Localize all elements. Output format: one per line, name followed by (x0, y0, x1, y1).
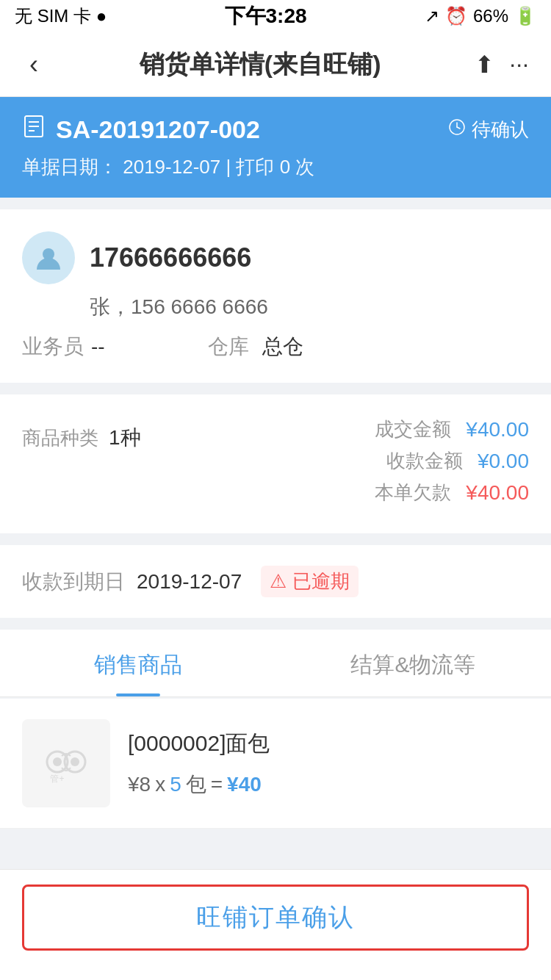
amount-label-1: 成交金额 (375, 417, 451, 442)
date-value: 2019-12-07 (123, 156, 220, 178)
equals-sign: = (211, 773, 223, 796)
product-name: [0000002]面包 (128, 729, 529, 759)
product-info: [0000002]面包 ¥8 x 5 包 = ¥40 (128, 729, 529, 799)
sim-indicator: 无 SIM 卡 ● (15, 4, 107, 28)
salesperson-label: 业务员 (22, 333, 84, 361)
product-qty: 5 (170, 773, 181, 796)
order-id-row: SA-20191207-002 待确认 (22, 115, 529, 144)
amount-row-3: 本单欠款 ¥40.00 (375, 480, 529, 505)
back-button[interactable]: ‹ (22, 42, 46, 87)
warning-icon: ⚠ (270, 570, 287, 593)
warehouse-label: 仓库 (208, 333, 249, 361)
order-status: 待确认 (448, 117, 529, 143)
amount-label-2: 收款金额 (386, 448, 463, 474)
status-bar: 无 SIM 卡 ● 下午3:28 ↗ ⏰ 66% 🔋 (0, 0, 551, 32)
amount-row-2: 收款金额 ¥0.00 (375, 448, 529, 474)
order-icon (22, 115, 46, 144)
order-id: SA-20191207-002 (22, 115, 260, 144)
clock-icon (448, 118, 466, 141)
status-left: 无 SIM 卡 ● (15, 4, 107, 28)
category-value: 1种 (109, 424, 141, 452)
alarm-icon: ⏰ (445, 6, 467, 26)
svg-point-10 (53, 757, 62, 766)
customer-card: 17666666666 张，156 6666 6666 业务员 -- 仓库 总仓 (0, 209, 551, 383)
amount-value-2: ¥0.00 (478, 450, 529, 473)
page-title: 销货单详情(来自旺铺) (46, 48, 475, 82)
confirm-button[interactable]: 旺铺订单确认 (22, 884, 529, 951)
tab-settlement-label: 结算&物流等 (350, 652, 475, 677)
amount-value-1: ¥40.00 (466, 418, 529, 442)
summary-card: 商品种类 1种 成交金额 ¥40.00 收款金额 ¥0.00 本单欠款 ¥40.… (0, 394, 551, 533)
product-list: 管+ [0000002]面包 ¥8 x 5 包 = ¥40 (0, 699, 551, 829)
location-icon: ↗ (425, 6, 439, 26)
svg-line-6 (457, 127, 460, 129)
status-text: 待确认 (472, 117, 529, 143)
due-date-card: 收款到期日 2019-12-07 ⚠ 已逾期 (0, 545, 551, 618)
tab-products-label: 销售商品 (94, 652, 182, 677)
summary-left: 商品种类 1种 (22, 417, 141, 452)
product-unit: 包 (186, 771, 206, 799)
product-price-row: ¥8 x 5 包 = ¥40 (128, 771, 529, 799)
overdue-badge: ⚠ 已逾期 (261, 566, 359, 597)
svg-point-11 (71, 757, 79, 766)
tab-products[interactable]: 销售商品 (0, 630, 276, 696)
amount-label-3: 本单欠款 (375, 480, 451, 505)
salesperson-field: 业务员 -- (22, 333, 105, 361)
product-code: [0000002] (128, 731, 226, 755)
product-item: 管+ [0000002]面包 ¥8 x 5 包 = ¥40 (0, 699, 551, 829)
amount-row-1: 成交金额 ¥40.00 (375, 417, 529, 442)
date-label: 单据日期： (22, 156, 118, 178)
avatar (22, 231, 75, 284)
category-label: 商品种类 (22, 425, 98, 451)
product-price: ¥8 (128, 773, 151, 796)
nav-actions: ⬆ ··· (475, 51, 529, 79)
customer-top: 17666666666 (22, 231, 529, 284)
tab-settlement[interactable]: 结算&物流等 (276, 630, 551, 696)
more-icon[interactable]: ··· (509, 51, 529, 78)
status-time: 下午3:28 (225, 2, 307, 30)
summary-right: 成交金额 ¥40.00 收款金额 ¥0.00 本单欠款 ¥40.00 (375, 417, 529, 511)
category-field: 商品种类 1种 (22, 424, 141, 452)
svg-text:管+: 管+ (50, 774, 64, 784)
customer-meta: 业务员 -- 仓库 总仓 (22, 333, 529, 361)
share-icon[interactable]: ⬆ (475, 51, 494, 79)
battery-icon: 🔋 (514, 6, 536, 26)
overdue-text: 已逾期 (292, 569, 350, 594)
customer-phone: 17666666666 (90, 242, 251, 273)
multiply-sign: x (155, 773, 165, 796)
customer-name: 张，156 6666 6666 (90, 293, 529, 321)
print-text: 打印 0 次 (236, 156, 314, 178)
due-date-value: 2019-12-07 (137, 570, 242, 594)
nav-bar: ‹ 销货单详情(来自旺铺) ⬆ ··· (0, 32, 551, 97)
product-thumbnail: 管+ (22, 719, 110, 807)
order-header: SA-20191207-002 待确认 单据日期： 2019-12-07 | 打… (0, 97, 551, 198)
warehouse-field: 仓库 总仓 (208, 333, 303, 361)
order-id-text: SA-20191207-002 (56, 115, 260, 144)
warehouse-value: 总仓 (262, 333, 303, 361)
salesperson-value: -- (91, 335, 105, 359)
order-date: 单据日期： 2019-12-07 | 打印 0 次 (22, 154, 529, 180)
product-title: 面包 (226, 731, 270, 755)
status-right: ↗ ⏰ 66% 🔋 (425, 6, 536, 26)
product-total: ¥40 (227, 773, 262, 796)
date-separator: | (226, 156, 236, 178)
tabs: 销售商品 结算&物流等 (0, 630, 551, 697)
bottom-bar: 旺铺订单确认 (0, 869, 551, 980)
amount-value-3: ¥40.00 (466, 481, 529, 505)
due-label: 收款到期日 (22, 568, 125, 596)
battery-level: 66% (473, 6, 508, 26)
